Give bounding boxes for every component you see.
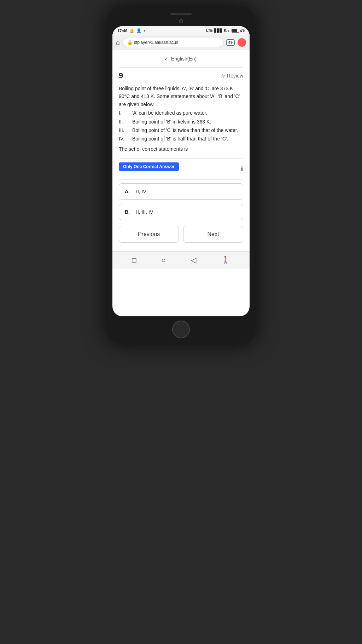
review-label: Review [227, 73, 243, 79]
reload-button[interactable]: ↑ [238, 38, 246, 47]
recent-apps-icon[interactable]: □ [132, 256, 136, 264]
statement-4: IV. Boiling point of 'B' is half than th… [119, 135, 243, 143]
statement-text-3: Boiling point of 'C' is twice than that … [132, 126, 238, 134]
person-icon: 👤 [136, 28, 141, 33]
phone-container: 17:46 🔔 👤 • LTE ▊▊▊ K/s 75 ⌂ 🔒 stplayerv… [107, 7, 255, 344]
statement-text-1: 'A' can be identified as pure water. [132, 109, 207, 117]
status-right: LTE ▊▊▊ K/s 75 [206, 29, 245, 33]
browser-bar: ⌂ 🔒 stplayerv1.aakash.ac.in 49 ↑ [112, 35, 250, 50]
network-type: LTE [206, 29, 212, 33]
statement-1: I. 'A' can be identified as pure water. [119, 109, 243, 117]
star-icon: ☆ [220, 73, 225, 79]
options-container: A. II, IV B. II, III, IV [119, 183, 243, 220]
options-divider [119, 179, 243, 180]
info-icon[interactable]: ℹ [241, 165, 243, 173]
content-area: ✓ English(En) 9 ☆ Review Boiling point o… [112, 50, 250, 251]
status-left: 17:46 🔔 👤 • [117, 28, 145, 33]
statement-num-3: III. [119, 126, 129, 134]
accessibility-icon[interactable]: 🚶 [221, 256, 230, 264]
status-bar: 17:46 🔔 👤 • LTE ▊▊▊ K/s 75 [112, 26, 250, 35]
previous-button[interactable]: Previous [119, 226, 179, 243]
phone-speaker [170, 13, 192, 15]
statement-2: II. Boiling point of 'B' in kelvin is 36… [119, 118, 243, 126]
statement-num-2: II. [119, 118, 129, 126]
question-header: 9 ☆ Review [119, 71, 243, 80]
language-label: English(En) [171, 56, 197, 62]
url-text: stplayerv1.aakash.ac.in [134, 40, 178, 45]
phone-home-button[interactable] [172, 321, 190, 338]
statement-text-4: Boiling point of 'B' is half than that o… [132, 135, 228, 143]
mid-divider [119, 159, 243, 159]
language-selector[interactable]: ✓ English(En) [119, 56, 243, 62]
top-divider [119, 67, 243, 68]
badge-label: Only One Correct Answer [123, 164, 175, 169]
badge-row: Only One Correct Answer ℹ [119, 162, 243, 176]
review-button[interactable]: ☆ Review [220, 73, 243, 79]
statement-text-2: Boiling point of 'B' in kelvin is 363 K. [132, 118, 211, 126]
phone-camera [179, 19, 183, 23]
battery-percent: 75 [241, 29, 245, 33]
dot-indicator: • [144, 29, 145, 33]
battery-icon [232, 29, 239, 33]
answer-type-badge: Only One Correct Answer [119, 162, 179, 171]
statement-num-4: IV. [119, 135, 129, 143]
data-speed: K/s [224, 29, 229, 33]
checkmark-icon: ✓ [164, 56, 168, 62]
home-nav-icon[interactable]: ○ [162, 256, 166, 264]
signal-bars: ▊▊▊ [214, 29, 222, 33]
home-icon[interactable]: ⌂ [116, 39, 120, 46]
option-b[interactable]: B. II, III, IV [119, 204, 243, 220]
notification-icon: 🔔 [129, 28, 134, 33]
phone-screen: 17:46 🔔 👤 • LTE ▊▊▊ K/s 75 ⌂ 🔒 stplayerv… [112, 26, 250, 316]
statement-3: III. Boiling point of 'C' is twice than … [119, 126, 243, 134]
tab-count-badge[interactable]: 49 [226, 39, 235, 46]
next-button[interactable]: Next [183, 226, 243, 243]
option-a[interactable]: A. II, IV [119, 183, 243, 200]
question-number: 9 [119, 71, 123, 80]
question-main-text: Boiling point of three liquids 'A', 'B' … [119, 85, 243, 108]
closing-text: The set of correct statements is [119, 145, 243, 153]
option-a-text: II, IV [136, 189, 146, 194]
navigation-row: Previous Next [119, 226, 243, 246]
question-text: Boiling point of three liquids 'A', 'B' … [119, 85, 243, 153]
option-a-label: A. [125, 189, 132, 194]
time-display: 17:46 [117, 29, 127, 33]
battery-fill [232, 29, 237, 32]
lock-icon: 🔒 [127, 40, 133, 45]
android-nav-bar: □ ○ ◁ 🚶 [112, 251, 250, 269]
url-bar[interactable]: 🔒 stplayerv1.aakash.ac.in [123, 38, 223, 47]
option-b-text: II, III, IV [136, 209, 153, 215]
option-b-label: B. [125, 209, 132, 215]
statement-num-1: I. [119, 109, 129, 117]
back-nav-icon[interactable]: ◁ [191, 256, 196, 264]
